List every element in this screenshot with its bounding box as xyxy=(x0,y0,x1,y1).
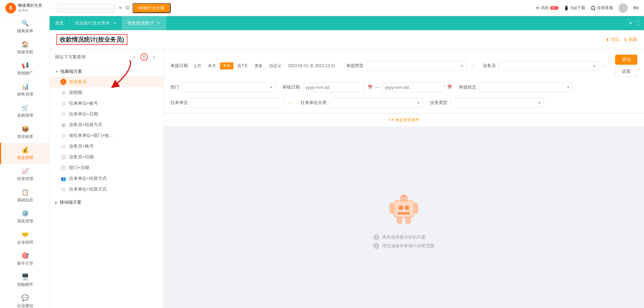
sidebar-label-weixin: 企业微信 xyxy=(17,303,33,308)
online-service-area[interactable]: 🎧 在线客服 xyxy=(591,5,613,11)
calendar-end-icon[interactable]: 📅 xyxy=(447,85,452,90)
date-tab-last7[interactable]: 近7天 xyxy=(235,62,251,69)
scheme-item-dept-date[interactable]: 🕐 部门+日期 xyxy=(50,162,163,173)
tab-bank[interactable]: 现金银行流水查询 ✕ xyxy=(69,16,122,30)
sidebar-item-basic[interactable]: 📋 基础信息 xyxy=(0,185,49,206)
review-date-start-input[interactable] xyxy=(303,82,365,92)
bill-type-select[interactable]: ▼ xyxy=(366,61,467,71)
sidebar-item-operation[interactable]: 📈 经营管理 xyxy=(0,164,49,185)
page-header: 收款情况统计(按业务员) ⬆ 导出 ↻ 刷新 xyxy=(50,30,644,49)
sidebar-item-weixin[interactable]: 💬 企业微信 xyxy=(0,291,49,308)
tab-bank-close-icon[interactable]: ✕ xyxy=(113,21,116,25)
calendar-start-icon[interactable]: 📅 xyxy=(368,85,373,90)
scheme-item-counterpart-settlement2[interactable]: ⊡ 往来单位+结算方式 xyxy=(50,184,163,195)
desktop-group-label: 电脑端方案 xyxy=(60,68,82,74)
tab-receipt[interactable]: 收款情况统计 ✕ xyxy=(122,16,166,30)
filter-bill-type-item: 单据类型 ▼ ··· xyxy=(346,61,476,71)
tab-close-all-icon[interactable]: ✕ xyxy=(629,20,633,26)
counterpart-more-icon[interactable]: ··· xyxy=(287,100,294,105)
dept-label: 部门 xyxy=(170,84,179,90)
scheme-item-salesman-date[interactable]: 🕐 业务员+日期 xyxy=(50,152,163,162)
scheme-counterpart-account-label: 往来单位+账号 xyxy=(69,100,98,106)
collapse-bar[interactable]: ∧∧ 收起更多条件 xyxy=(164,113,644,126)
sidebar-item-finance[interactable]: 💰 资金管理 xyxy=(0,143,49,164)
date-tab-this-month[interactable]: 本月 xyxy=(205,62,219,69)
date-tab-custom[interactable]: 自定义 xyxy=(267,62,284,69)
refresh-button[interactable]: ↻ 刷新 xyxy=(624,37,637,43)
filter-review-date-item: 审核日期 📅 — 📅 xyxy=(282,82,452,92)
scheme-item-counterpart-account[interactable]: ⊡ 往来单位+账号 xyxy=(50,98,163,109)
svg-rect-8 xyxy=(397,217,402,223)
scheme-by-detail-label: 按明细 xyxy=(69,90,82,96)
scheme-item-salesman-account[interactable]: ⊡ 业务员+账号 xyxy=(50,141,163,152)
salesman-more-icon[interactable]: ··· xyxy=(602,63,608,68)
page-actions: ⬆ 导出 ↻ 刷新 xyxy=(606,37,637,43)
query-button[interactable]: 查询 xyxy=(615,55,637,65)
sidebar-item-sales[interactable]: 📊 销售管理 xyxy=(0,80,49,101)
top-header: 6 畅捷通好生意 标准版 ▼ ⚙ 体验行业方案 ✉ 消息 99+ 📱 App下载… xyxy=(0,0,644,16)
tab-receipt-close-icon[interactable]: ✕ xyxy=(157,21,160,25)
mobile-group-header[interactable]: ▶ 移动端方案 xyxy=(50,197,163,207)
user-avatar[interactable] xyxy=(619,3,628,13)
scheme-item-counterpart-dept[interactable]: ⊡ 按往来单位+部门+收... xyxy=(50,130,163,141)
scheme-salesman-date-label: 业务员+日期 xyxy=(69,154,94,160)
bill-type-more-icon[interactable]: ··· xyxy=(470,63,476,68)
header-search-area: ▼ ⚙ 体验行业方案 xyxy=(55,3,536,13)
sidebar-item-system[interactable]: ⚙️ 系统管理 xyxy=(0,206,49,227)
date-tab-more[interactable]: 更多 xyxy=(252,62,265,69)
sidebar-label-enterprise: 企业协同 xyxy=(17,240,33,245)
tip-num-2: 2 xyxy=(373,243,379,249)
sidebar-item-search[interactable]: 🔍 搜索菜单 xyxy=(0,16,49,37)
settings-button[interactable]: 设置 xyxy=(615,66,637,77)
date-tab-this-year[interactable]: 本年 xyxy=(220,62,233,69)
dept-select[interactable]: ▼ xyxy=(182,82,276,92)
scheme-item-counterpart-date[interactable]: ⊡ 往来单位+日期 xyxy=(50,109,163,119)
business-type-arrow-icon: ▼ xyxy=(538,101,541,105)
sidebar-item-inventory[interactable]: 📦 库存核算 xyxy=(0,122,49,143)
scheme-item-salesman-settlement[interactable]: ▦ 业务员+结算方式 xyxy=(50,119,163,130)
sidebar-item-hardware[interactable]: 🖥️ 智能硬件 xyxy=(0,270,49,291)
review-date-label: 审核日期 xyxy=(282,84,300,90)
panel-collapse-icon[interactable]: « xyxy=(151,53,158,61)
refresh-icon: ↻ xyxy=(624,37,627,42)
scheme-settings-icon[interactable]: ⚙ xyxy=(141,53,148,61)
scheme-salesman-settlement-label: 业务员+结算方式 xyxy=(69,122,102,128)
tip-1-text: 请先选择要分析的方案 xyxy=(382,234,426,240)
scheme-item-counterpart-settlement1[interactable]: 👥 往来单位+结算方式 xyxy=(50,173,163,184)
sidebar-item-newguide[interactable]: 🎯 新手引导 xyxy=(0,249,49,270)
tab-bank-label: 现金银行流水查询 xyxy=(75,20,110,26)
scheme-item-by-salesman[interactable]: 人 按业务员 xyxy=(50,76,163,87)
filter-row-2: 部门 ▼ 审核日期 📅 — xyxy=(170,82,637,92)
sidebar-item-purchase[interactable]: 🛒 采购管理 xyxy=(0,101,49,122)
sidebar-item-quicknav[interactable]: 🏠 快捷导航 xyxy=(0,37,49,58)
desktop-group-header[interactable]: ▼ 电脑端方案 xyxy=(50,66,163,76)
scheme-dept-date-label: 部门+日期 xyxy=(69,165,89,171)
export-button[interactable]: ⬆ 导出 xyxy=(606,37,620,43)
message-area[interactable]: ✉ 消息 99+ xyxy=(536,5,558,11)
sidebar-item-enterprise[interactable]: 🤝 企业协同 xyxy=(0,227,49,249)
header-search-input[interactable] xyxy=(55,3,115,13)
counterpart-category-label: 往来单位分类 xyxy=(301,100,327,106)
svg-rect-3 xyxy=(398,212,410,214)
app-download-label: App下载 xyxy=(570,5,585,11)
gear-settings-icon[interactable]: ⚙ xyxy=(125,5,130,11)
business-type-select[interactable]: ▼ xyxy=(450,98,544,108)
tab-expand-icon[interactable]: ⛶ xyxy=(635,20,640,26)
bill-status-select[interactable]: ▼ xyxy=(479,82,573,92)
search-dropdown-icon[interactable]: ▼ xyxy=(118,5,122,10)
industry-solution-button[interactable]: 体验行业方案 xyxy=(132,3,171,13)
add-scheme-icon[interactable]: + xyxy=(130,53,138,61)
salesman-select[interactable]: ▼ xyxy=(498,61,599,71)
counterpart-select[interactable] xyxy=(191,98,284,108)
sidebar-item-marketing[interactable]: 📢 营销推广 xyxy=(0,58,49,80)
filter-counterpart-item: 往来单位 ··· xyxy=(170,98,294,108)
scheme-item-by-detail[interactable]: ⊞ 按明细 xyxy=(50,87,163,98)
date-tab-last-month[interactable]: 上月 xyxy=(191,62,204,69)
tab-home[interactable]: 首页 xyxy=(50,16,69,30)
counterpart-category-select[interactable]: ▼ xyxy=(329,98,423,108)
header-right: ✉ 消息 99+ 📱 App下载 🎧 在线客服 Rit xyxy=(536,3,639,13)
tab-home-label: 首页 xyxy=(55,20,64,26)
filter-row-3: 往来单位 ··· 往来单位分类 ▼ xyxy=(170,98,637,108)
app-download-area[interactable]: 📱 App下载 xyxy=(564,5,585,11)
review-date-end-input[interactable] xyxy=(382,82,444,92)
